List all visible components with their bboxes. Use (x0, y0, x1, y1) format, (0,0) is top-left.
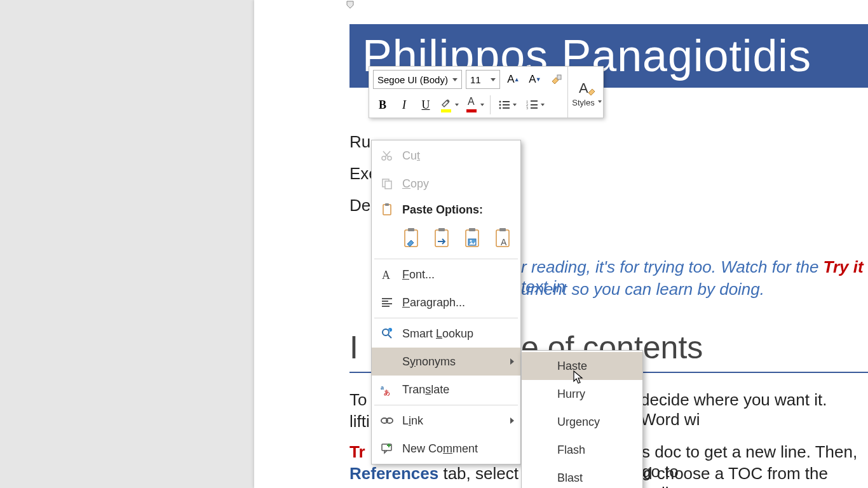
synonyms-icon (378, 353, 396, 370)
menu-font[interactable]: A Font... (372, 261, 520, 288)
mini-toolbar: Segoe UI (Body) 11 A▲ A▼ B I U (369, 66, 604, 118)
chevron-down-icon (455, 104, 459, 106)
svg-text:A: A (579, 80, 588, 96)
svg-rect-1 (557, 75, 561, 79)
menu-paragraph[interactable]: Paragraph... (372, 288, 520, 316)
svg-point-4 (499, 104, 501, 106)
menu-label: Smart Lookup (402, 327, 473, 341)
bold-button[interactable]: B (373, 95, 392, 114)
menu-paste-options-label: Paste Options: (372, 198, 520, 222)
svg-text:i: i (389, 329, 390, 332)
link-icon (378, 412, 396, 430)
italic-button[interactable]: I (395, 95, 414, 114)
synonym-option[interactable]: Urgency (522, 408, 642, 436)
text: r reading, it's for trying too. Watch fo… (521, 257, 824, 276)
menu-cut[interactable]: Cut (372, 142, 520, 170)
chevron-down-icon (452, 78, 458, 81)
body-fragment: lifti (349, 412, 370, 431)
styles-label: Styles (572, 98, 594, 107)
synonym-option[interactable]: Flash (522, 436, 642, 464)
chevron-down-icon (491, 78, 496, 81)
paste-options-row: A (372, 222, 520, 257)
svg-rect-26 (438, 228, 445, 231)
doc-word-fragment: De (349, 196, 370, 215)
menu-synonyms[interactable]: Synonyms (372, 348, 520, 376)
menu-link[interactable]: Link (372, 407, 520, 435)
svg-rect-24 (408, 228, 414, 231)
svg-text:あ: あ (384, 389, 390, 396)
underline-button[interactable]: U (416, 95, 435, 114)
app-gutter (0, 0, 254, 488)
try-it-fragment: Tr (349, 442, 365, 461)
svg-rect-37 (382, 303, 392, 304)
svg-rect-5 (503, 104, 510, 105)
translate-icon: aあ (378, 381, 396, 398)
numbering-button[interactable]: 123 (522, 95, 548, 114)
menu-smart-lookup[interactable]: i Smart Lookup (372, 320, 520, 348)
paste-picture-button[interactable] (461, 226, 484, 251)
svg-point-2 (499, 101, 501, 103)
menu-divider (374, 318, 518, 318)
svg-point-30 (470, 240, 472, 242)
svg-text:A: A (382, 269, 390, 281)
styles-button[interactable]: A Styles (567, 67, 603, 118)
doc-word-fragment: Ru (349, 132, 370, 152)
references-tab-mention: References (349, 464, 438, 483)
font-name-dropdown[interactable]: Segoe UI (Body) (373, 70, 462, 89)
context-menu: Cut Copy Paste Options: A A Font... Para… (371, 140, 521, 464)
heading-rule (349, 372, 371, 373)
chevron-down-icon (480, 104, 484, 106)
svg-rect-35 (382, 298, 392, 299)
paste-text-only-button[interactable]: A (491, 226, 514, 251)
try-it-highlight: Try it (824, 257, 864, 276)
svg-rect-32 (499, 228, 506, 231)
highlight-color-button[interactable] (438, 95, 461, 114)
svg-rect-9 (531, 100, 538, 102)
scissors-icon (378, 147, 396, 165)
svg-rect-20 (385, 181, 391, 189)
body-fragment: d choose a TOC from the gallery. (643, 464, 868, 488)
font-size-dropdown[interactable]: 11 (466, 70, 500, 89)
body-fragment: Tr (349, 442, 365, 462)
paste-keep-source-button[interactable] (400, 226, 423, 251)
mini-toolbar-row1: Segoe UI (Body) 11 A▲ A▼ (369, 67, 567, 92)
bullets-button[interactable] (494, 95, 520, 114)
menu-new-comment[interactable]: New Comment (372, 435, 520, 463)
menu-divider (374, 405, 518, 405)
synonym-option[interactable]: Blast (522, 464, 642, 488)
increase-font-size-button[interactable]: A▲ (504, 70, 523, 89)
svg-rect-21 (383, 205, 391, 215)
svg-rect-38 (382, 306, 390, 307)
ruler-indent-marker[interactable] (346, 0, 355, 9)
svg-point-6 (499, 107, 501, 109)
mini-toolbar-row2: B I U A 123 (369, 92, 567, 118)
font-color-button[interactable]: A (463, 95, 486, 114)
menu-translate[interactable]: aあ Translate (372, 376, 520, 403)
svg-rect-13 (531, 107, 538, 109)
menu-divider (374, 259, 518, 259)
svg-rect-3 (503, 101, 510, 102)
copy-icon (378, 175, 396, 193)
text: tab, select (438, 464, 523, 483)
menu-label: Translate (402, 383, 449, 396)
svg-rect-28 (469, 228, 475, 231)
menu-copy[interactable]: Copy (372, 170, 520, 198)
format-painter-button[interactable] (547, 70, 566, 89)
svg-rect-36 (382, 301, 388, 302)
svg-rect-7 (503, 107, 510, 109)
font-name-value: Segoe UI (Body) (377, 74, 448, 85)
svg-rect-11 (531, 104, 538, 105)
chevron-down-icon (513, 104, 517, 106)
svg-rect-25 (435, 230, 448, 247)
menu-label: Link (402, 414, 423, 428)
svg-text:3: 3 (526, 106, 528, 110)
paste-merge-button[interactable] (430, 226, 453, 251)
menu-label: Copy (402, 177, 429, 191)
svg-marker-0 (347, 1, 353, 8)
decrease-font-size-button[interactable]: A▼ (526, 70, 545, 89)
menu-label: Synonyms (402, 355, 456, 369)
menu-label: New Comment (402, 442, 478, 456)
doc-intro-line2: ument so you can learn by doing. (521, 280, 764, 299)
svg-text:A: A (501, 237, 507, 247)
font-icon: A (378, 266, 396, 283)
